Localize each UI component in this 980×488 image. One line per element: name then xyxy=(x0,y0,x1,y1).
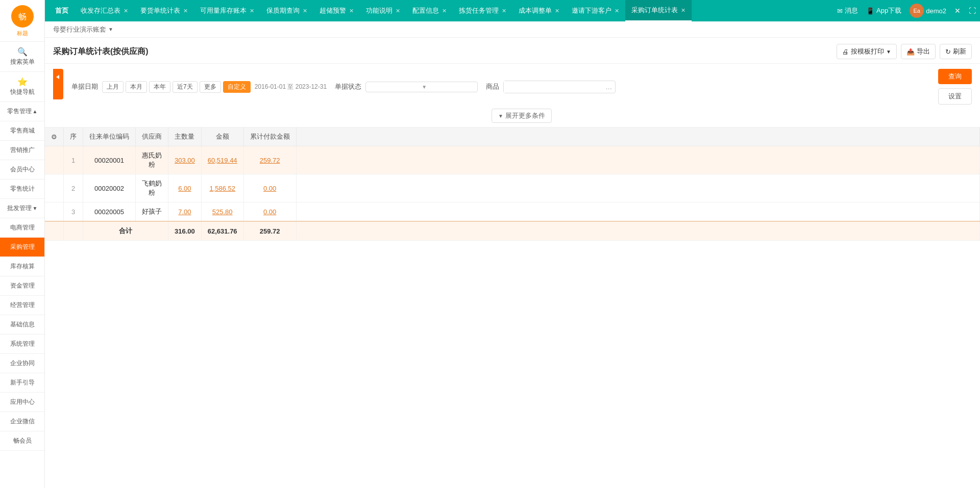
nav-shelf-life[interactable]: 保质期查询 ✕ xyxy=(260,0,313,21)
date-filter: 单据日期 上月 本月 本年 近7天 更多 自定义 2016-01-01 至 20… xyxy=(71,81,327,93)
nav-close-icon[interactable]: ✕ xyxy=(681,7,685,14)
refresh-button[interactable]: ↻ 刷新 xyxy=(940,44,972,59)
sidebar-item-app-center[interactable]: 应用中心 xyxy=(0,393,44,412)
nav-recv-send[interactable]: 收发存汇总表 ✕ xyxy=(75,0,134,21)
sidebar-item-wholesale[interactable]: 批发管理 ▼ xyxy=(0,199,44,218)
goods-filter: 商品 … xyxy=(486,81,616,93)
col-settings[interactable]: ⚙ xyxy=(45,127,64,146)
sidebar-item-marketing[interactable]: 营销推广 xyxy=(0,141,44,160)
cell-row-num: 2 xyxy=(64,174,83,202)
logo-area: 畅 标题 xyxy=(0,0,44,42)
cell-amount[interactable]: 525.80 xyxy=(201,202,243,222)
goods-input[interactable] xyxy=(504,81,602,93)
nav-config-info[interactable]: 配置信息 ✕ xyxy=(406,0,453,21)
breadcrumb-select[interactable]: 母婴行业演示账套 ▼ xyxy=(53,25,113,34)
cell-amount[interactable]: 1,586.52 xyxy=(201,174,243,202)
export-button[interactable]: 📤 导出 xyxy=(901,44,936,59)
nav-invite-down[interactable]: 邀请下游客户 ✕ xyxy=(566,0,625,21)
col-amount: 金额 xyxy=(201,127,243,146)
message-icon: ✉ xyxy=(837,7,843,15)
dots-icon[interactable]: … xyxy=(602,83,615,91)
sidebar-item-retail-stats[interactable]: 零售统计 xyxy=(0,179,44,199)
sidebar-item-member2[interactable]: 畅会员 xyxy=(0,431,44,451)
cell-main-qty[interactable]: 6.00 xyxy=(168,174,202,202)
nav-overstock-warn[interactable]: 超储预警 ✕ xyxy=(313,0,360,21)
nav-close-icon[interactable]: ✕ xyxy=(250,8,254,14)
date-btn-this-year[interactable]: 本年 xyxy=(149,81,170,93)
sidebar-item-label: 批发管理 xyxy=(7,204,32,213)
expand-more-btn[interactable]: ▼ 展开更多条件 xyxy=(492,109,552,123)
nav-close-icon[interactable]: ✕ xyxy=(396,8,400,14)
sidebar-item-enterprise-wechat[interactable]: 企业微信 xyxy=(0,412,44,431)
sidebar-item-system[interactable]: 系统管理 xyxy=(0,335,44,354)
cell-main-qty[interactable]: 7.00 xyxy=(168,202,202,222)
date-btn-more[interactable]: 更多 xyxy=(200,81,221,93)
footer-settings xyxy=(45,221,64,241)
nav-close-icon[interactable]: ✕ xyxy=(615,8,619,14)
date-btn-this-month[interactable]: 本月 xyxy=(126,81,147,93)
sidebar-item-label: 企业微信 xyxy=(10,417,35,426)
user-profile-btn[interactable]: Ea demo2 xyxy=(910,4,946,18)
nav-close-icon[interactable]: ✕ xyxy=(303,8,307,14)
sidebar-item-finance[interactable]: 资金管理 xyxy=(0,276,44,296)
print-button[interactable]: 🖨 按模板打印 ▼ xyxy=(837,44,897,59)
chevron-down-icon: ▼ xyxy=(498,113,503,119)
nav-close-icon[interactable]: ✕ xyxy=(555,8,559,14)
cell-paid-amount[interactable]: 259.72 xyxy=(243,146,296,174)
sidebar-item-ecommerce[interactable]: 电商管理 xyxy=(0,218,44,238)
footer-label: 合计 xyxy=(83,221,168,241)
cell-paid-amount[interactable]: 0.00 xyxy=(243,202,296,222)
content-area: 采购订单统计表(按供应商) 🖨 按模板打印 ▼ 📤 导出 ↻ 刷新 xyxy=(45,38,980,488)
nav-home[interactable]: 首页 xyxy=(49,0,75,21)
nav-close-icon[interactable]: ✕ xyxy=(183,8,188,14)
sidebar-item-purchase[interactable]: 采购管理 xyxy=(0,238,44,257)
settings-button[interactable]: 设置 xyxy=(938,88,972,105)
table-container: ⚙ 序 往来单位编码 供应商 主数量 金额 累计付款金额 1 xyxy=(45,127,980,488)
cell-settings xyxy=(45,146,64,174)
sidebar-item-retail-mgmt[interactable]: 零售管理 ▲ xyxy=(0,102,44,121)
nav-close-icon[interactable]: ✕ xyxy=(124,8,128,14)
date-btn-custom[interactable]: 自定义 xyxy=(223,81,251,93)
query-button[interactable]: 查询 xyxy=(938,69,972,84)
cell-paid-amount[interactable]: 0.00 xyxy=(243,174,296,202)
nav-cost-adjust[interactable]: 成本调整单 ✕ xyxy=(512,0,566,21)
filter-area: 单据日期 上月 本月 本年 近7天 更多 自定义 2016-01-01 至 20… xyxy=(45,64,980,127)
nav-close-icon[interactable]: ✕ xyxy=(442,8,447,14)
cell-main-qty[interactable]: 303.00 xyxy=(168,146,202,174)
footer-extra xyxy=(296,221,979,241)
sidebar-item-quick-nav[interactable]: ⭐ 快捷导航 xyxy=(0,72,44,102)
date-btn-7days[interactable]: 近7天 xyxy=(173,81,198,93)
footer-paid-amount: 259.72 xyxy=(243,221,296,241)
sidebar-item-inventory[interactable]: 库存核算 xyxy=(0,257,44,276)
nav-pick-task[interactable]: 拣货任务管理 ✕ xyxy=(453,0,512,21)
sidebar-item-label: 企业协同 xyxy=(10,359,35,368)
status-filter: 单据状态 ▼ xyxy=(335,82,478,92)
page-header: 采购订单统计表(按供应商) 🖨 按模板打印 ▼ 📤 导出 ↻ 刷新 xyxy=(45,38,980,64)
nav-func-desc[interactable]: 功能说明 ✕ xyxy=(360,0,406,21)
nav-close-icon[interactable]: ✕ xyxy=(502,8,506,14)
nav-goods-stats[interactable]: 要货单统计表 ✕ xyxy=(134,0,194,21)
sidebar-item-new-guide[interactable]: 新手引导 xyxy=(0,373,44,393)
sidebar-item-member[interactable]: 会员中心 xyxy=(0,160,44,179)
app-download-btn[interactable]: 📱 App下载 xyxy=(866,6,901,15)
top-nav-bar: 首页 收发存汇总表 ✕ 要货单统计表 ✕ 可用量库存账本 ✕ 保质期查询 ✕ 超… xyxy=(45,0,980,21)
sidebar-item-basics[interactable]: 基础信息 xyxy=(0,315,44,335)
date-btn-prev-month[interactable]: 上月 xyxy=(102,81,124,93)
cell-amount[interactable]: 60,519.44 xyxy=(201,146,243,174)
sidebar-item-retail-shop[interactable]: 零售商城 xyxy=(0,121,44,141)
sidebar-item-enterprise[interactable]: 企业协同 xyxy=(0,354,44,373)
fullscreen-icon[interactable]: ⛶ xyxy=(969,7,976,15)
message-btn[interactable]: ✉ 消息 xyxy=(837,6,858,15)
data-table: ⚙ 序 往来单位编码 供应商 主数量 金额 累计付款金额 1 xyxy=(45,127,980,241)
nav-close-icon[interactable]: ✕ xyxy=(349,8,354,14)
close-window-icon[interactable]: ✕ xyxy=(954,7,961,15)
nav-usable-inv[interactable]: 可用量库存账本 ✕ xyxy=(194,0,260,21)
sidebar-item-label: 快捷导航 xyxy=(10,88,35,96)
sidebar-item-operations[interactable]: 经营管理 xyxy=(0,296,44,315)
sidebar-item-search[interactable]: 🔍 搜索英单 xyxy=(0,42,44,72)
date-range-text: 2016-01-01 至 2023-12-31 xyxy=(255,83,327,91)
expand-toggle-btn[interactable] xyxy=(53,69,63,99)
status-select[interactable]: ▼ xyxy=(365,82,478,92)
sidebar-item-label: 库存核算 xyxy=(10,262,35,271)
nav-purchase-stats[interactable]: 采购订单统计表 ✕ xyxy=(625,0,692,21)
